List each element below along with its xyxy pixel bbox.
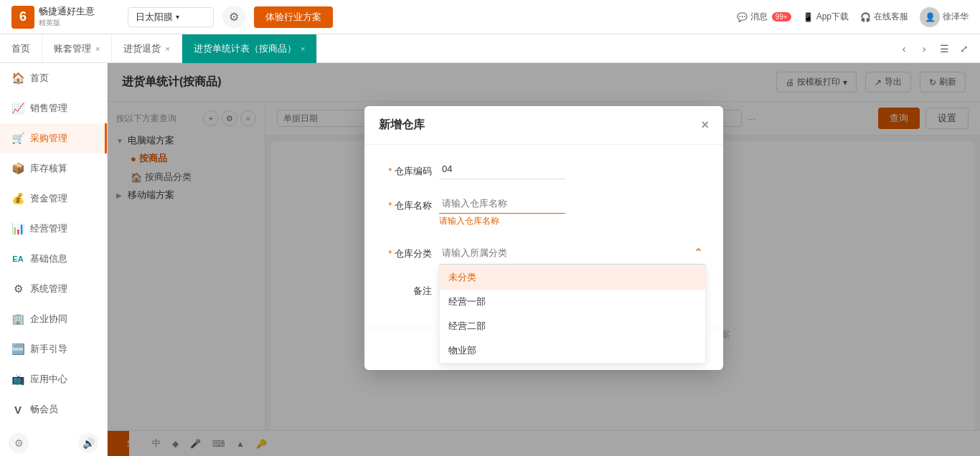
category-option-dept1[interactable]: 经营一部: [440, 290, 705, 314]
brand-name: 畅捷通好生意: [39, 6, 95, 18]
purchase-icon: 🛒: [11, 132, 24, 145]
sidebar-label-operation: 经营管理: [30, 222, 67, 235]
newbie-icon: 🆕: [11, 343, 24, 356]
top-header: 6 畅捷通好生意 精英版 日太阳膜 ▾ ⚙ 体验行业方案 💬 消息 99+ 📱 …: [0, 0, 980, 34]
tab-fullscreen-button[interactable]: ⤢: [954, 39, 974, 59]
app-logo: 6: [11, 6, 34, 29]
user-icon: 👤: [925, 12, 936, 22]
category-option-property[interactable]: 物业部: [440, 338, 705, 363]
user-avatar[interactable]: 👤 徐泽华: [920, 7, 969, 27]
tab-purchase-stat-label: 进货单统计表（按商品）: [194, 42, 296, 55]
dialog-title: 新增仓库: [379, 118, 425, 133]
sidebar-label-system: 系统管理: [30, 282, 67, 295]
store-selector[interactable]: 日太阳膜 ▾: [128, 7, 214, 27]
form-row-category: * 仓库分类 ⌃ 未分类 经营一部 经营二部: [382, 242, 706, 265]
tab-accounts-label: 账套管理: [54, 42, 91, 55]
message-button[interactable]: 💬 消息 99+: [737, 11, 791, 23]
category-dropdown: 未分类 经营一部 经营二部 物业部: [439, 265, 706, 364]
sidebar-item-vip[interactable]: V 畅会员: [0, 394, 107, 424]
warehouse-name-input[interactable]: [439, 194, 565, 214]
app-download-button[interactable]: 📱 App下载: [803, 11, 849, 23]
username: 徐泽华: [943, 11, 969, 23]
dialog-close-button[interactable]: ×: [701, 118, 709, 133]
tab-menu-button[interactable]: ☰: [934, 39, 954, 59]
sidebar-item-finance[interactable]: 💰 资金管理: [0, 184, 107, 214]
sidebar-item-basic[interactable]: EA 基础信息: [0, 244, 107, 274]
sidebar-label-home: 首页: [30, 72, 49, 85]
form-row-code: * 仓库编码: [382, 159, 706, 179]
tab-next-button[interactable]: ›: [914, 39, 934, 59]
form-row-name: * 仓库名称 请输入仓库名称: [382, 194, 706, 227]
sidebar-item-operation[interactable]: 📊 经营管理: [0, 214, 107, 244]
home-icon: 🏠: [11, 72, 24, 85]
close-icon[interactable]: ×: [165, 44, 169, 53]
category-label: * 仓库分类: [382, 242, 439, 260]
category-wrap: ⌃ 未分类 经营一部 经营二部 物业部: [439, 242, 706, 265]
tab-prev-button[interactable]: ‹: [894, 39, 914, 59]
name-error-msg: 请输入仓库名称: [439, 215, 565, 227]
category-option-dept2[interactable]: 经营二部: [440, 314, 705, 338]
message-badge: 99+: [772, 12, 791, 22]
close-icon[interactable]: ×: [95, 44, 100, 53]
sidebar-item-newbie[interactable]: 🆕 新手引导: [0, 334, 107, 364]
trial-button[interactable]: 体验行业方案: [254, 6, 333, 28]
brand-sub: 精英版: [39, 18, 95, 28]
inventory-icon: 📦: [11, 162, 24, 175]
sidebar-settings-button[interactable]: ⚙: [9, 433, 29, 453]
code-input-wrap: [439, 159, 706, 179]
tab-accounts[interactable]: 账套管理 ×: [42, 34, 112, 63]
main-layout: 🏠 首页 📈 销售管理 🛒 采购管理 📦 库存核算 💰 资金管理 📊 经营管理 …: [0, 63, 980, 456]
sidebar-label-basic: 基础信息: [30, 252, 67, 265]
name-label: * 仓库名称: [382, 194, 439, 212]
content-area: 进货单统计(按商品) 🖨 按模板打印 ▾ ↗ 导出 ↻ 刷新: [108, 63, 980, 456]
message-label: 消息: [750, 11, 768, 23]
dialog-overlay: 新增仓库 × * 仓库编码: [108, 63, 980, 456]
avatar: 👤: [920, 7, 940, 27]
enterprise-icon: 🏢: [11, 313, 24, 326]
tab-bar: 首页 账套管理 × 进货退货 × 进货单统计表（按商品） × ‹ › ☰ ⤢: [0, 34, 980, 63]
sidebar-item-sales[interactable]: 📈 销售管理: [0, 93, 107, 123]
close-icon[interactable]: ×: [301, 44, 305, 53]
sidebar-item-enterprise[interactable]: 🏢 企业协同: [0, 304, 107, 334]
sidebar-bottom: ⚙ 🔊: [0, 424, 107, 456]
tab-purchase-return-label: 进货退货: [123, 42, 161, 55]
online-service-button[interactable]: 🎧 在线客服: [860, 11, 908, 23]
basic-icon: EA: [11, 252, 24, 265]
tab-purchase-stat[interactable]: 进货单统计表（按商品） ×: [182, 34, 317, 63]
sidebar-label-inventory: 库存核算: [30, 162, 67, 175]
sidebar-label-newbie: 新手引导: [30, 343, 67, 356]
chevron-down-icon: ▾: [176, 13, 179, 21]
category-toggle-button[interactable]: ⌃: [694, 246, 703, 260]
dialog-body: * 仓库编码 * 仓库名称: [364, 145, 723, 328]
tab-purchase-return[interactable]: 进货退货 ×: [112, 34, 182, 63]
tab-home[interactable]: 首页: [0, 34, 42, 63]
note-label: 备注: [382, 279, 439, 298]
message-icon: 💬: [737, 12, 748, 22]
operation-icon: 📊: [11, 222, 24, 235]
sidebar: 🏠 首页 📈 销售管理 🛒 采购管理 📦 库存核算 💰 资金管理 📊 经营管理 …: [0, 63, 108, 456]
warehouse-code-input[interactable]: [439, 159, 565, 179]
gear-icon: ⚙: [229, 10, 239, 24]
sidebar-audio-button[interactable]: 🔊: [78, 433, 98, 453]
apps-icon: 📺: [11, 373, 24, 386]
headset-icon: 🎧: [860, 12, 871, 22]
system-icon: ⚙: [11, 282, 24, 295]
sidebar-label-sales: 销售管理: [30, 102, 67, 115]
sidebar-item-system[interactable]: ⚙ 系统管理: [0, 274, 107, 304]
sidebar-item-inventory[interactable]: 📦 库存核算: [0, 153, 107, 184]
new-warehouse-dialog: 新增仓库 × * 仓库编码: [364, 106, 723, 370]
category-option-uncategorized[interactable]: 未分类: [440, 265, 705, 290]
sidebar-item-purchase[interactable]: 🛒 采购管理: [0, 123, 107, 153]
sidebar-label-purchase: 采购管理: [30, 132, 67, 145]
sidebar-item-apps[interactable]: 📺 应用中心: [0, 364, 107, 394]
category-search-input[interactable]: [442, 247, 694, 258]
category-input-row: ⌃: [439, 242, 706, 265]
sidebar-label-vip: 畅会员: [30, 403, 58, 416]
dialog-header: 新增仓库 ×: [364, 106, 723, 145]
settings-button[interactable]: ⚙: [222, 6, 245, 29]
header-right: 💬 消息 99+ 📱 App下载 🎧 在线客服 👤 徐泽华: [737, 7, 969, 27]
tab-home-label: 首页: [11, 42, 30, 55]
finance-icon: 💰: [11, 192, 24, 205]
sidebar-item-home[interactable]: 🏠 首页: [0, 63, 107, 93]
sidebar-label-enterprise: 企业协同: [30, 313, 67, 326]
